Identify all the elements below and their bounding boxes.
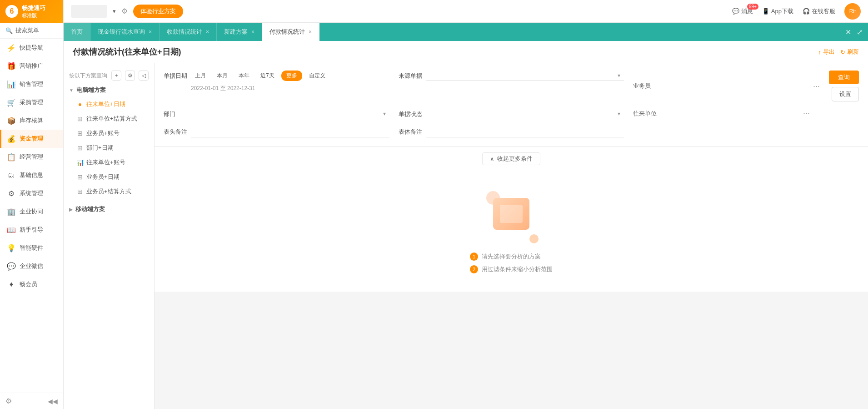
date-btn-custom[interactable]: 自定义 [305, 71, 329, 81]
collapse-sidebar-icon[interactable]: ◀◀ [48, 398, 58, 405]
date-btn-more[interactable]: 更多 [281, 71, 302, 81]
scheme-item-partner-date[interactable]: ● 往来单位+日期 [64, 97, 154, 111]
scheme-type-grid3-icon: ⊞ [76, 144, 84, 151]
sidebar-item-purchase[interactable]: 🛒 采购管理 [0, 93, 63, 111]
body-note-label: 表体备注 [399, 128, 422, 136]
partner-select[interactable] [660, 112, 796, 116]
scheme-type-grid2-icon: ⊞ [76, 130, 84, 137]
scheme-settings-button[interactable]: ⚙ [125, 71, 135, 81]
sidebar-item-capital[interactable]: 💰 资金管理 [0, 130, 63, 148]
salesperson-select[interactable] [654, 84, 806, 88]
scheme-item-label: 往来单位+日期 [86, 100, 125, 108]
refresh-button[interactable]: ↻ 刷新 [840, 48, 859, 56]
filter-source-doc: 来源单据 ▾ [399, 71, 624, 81]
sidebar-item-label: 企业微信 [20, 262, 43, 270]
sidebar-item-guide[interactable]: 📖 新手引导 [0, 221, 63, 239]
sidebar-item-label: 系统管理 [20, 189, 43, 197]
tab-new-scheme[interactable]: 新建方案 × [217, 23, 262, 41]
sidebar-item-weixin[interactable]: 💬 企业微信 [0, 257, 63, 275]
maximize-icon[interactable]: ⤢ [857, 28, 863, 36]
tab-new-scheme-close[interactable]: × [251, 29, 254, 35]
user-avatar-placeholder [71, 5, 107, 18]
weixin-icon: 💬 [7, 262, 16, 271]
topbar-settings-icon[interactable]: ⚙ [121, 7, 128, 15]
user-avatar-text: Rit [849, 8, 856, 15]
body-note-input[interactable] [426, 126, 624, 137]
sidebar-item-label: 采购管理 [20, 98, 43, 106]
collapse-button[interactable]: ∧ 收起更多条件 [482, 152, 540, 165]
tab-payment-stats-close[interactable]: × [309, 29, 312, 35]
sidebar-item-vip[interactable]: ♦ 畅会员 [0, 275, 63, 293]
scheme-type-circle-icon: ● [76, 101, 84, 108]
close-all-icon[interactable]: ✕ [845, 28, 851, 36]
date-btn-7days[interactable]: 近7天 [256, 71, 279, 81]
sidebar-item-operation[interactable]: 📋 经营管理 [0, 148, 63, 166]
date-btn-this-month[interactable]: 本月 [213, 71, 232, 81]
dept-label: 部门 [164, 110, 175, 118]
sidebar-item-shortcut[interactable]: ⚡ 快捷导航 [0, 39, 63, 57]
search-icon: 🔍 [5, 27, 13, 34]
scheme-type-chart-icon: 📊 [76, 159, 84, 166]
partner-dots[interactable]: ··· [803, 109, 810, 118]
scheme-add-button[interactable]: + [111, 71, 121, 81]
tab-cash-flow-close[interactable]: × [149, 29, 152, 35]
sidebar-item-label: 基础信息 [20, 171, 43, 179]
query-button[interactable]: 查询 [829, 71, 859, 84]
sidebar-item-inventory[interactable]: 📦 库存核算 [0, 111, 63, 130]
tab-home[interactable]: 首页 [64, 23, 90, 41]
collapse-chevron-icon: ∧ [490, 156, 494, 162]
sidebar-item-system[interactable]: ⚙ 系统管理 [0, 184, 63, 202]
settings-footer-icon[interactable]: ⚙ [5, 397, 12, 405]
trial-button[interactable]: 体验行业方案 [133, 5, 183, 18]
capital-icon: 💰 [7, 134, 16, 143]
header-note-input[interactable] [191, 126, 389, 137]
source-doc-select[interactable]: ▾ [426, 71, 624, 81]
sidebar-item-search[interactable]: 🔍 搜索菜单 [0, 23, 63, 39]
scheme-category-pc[interactable]: ▼ 电脑端方案 [64, 83, 154, 97]
scheme-item-staff-payment[interactable]: ⊞ 业务员+结算方式 [64, 184, 154, 199]
salesperson-dots[interactable]: ··· [813, 81, 820, 91]
messages-button[interactable]: 💬 消息 99+ [732, 7, 753, 15]
sidebar-item-enterprise[interactable]: 🏢 企业协同 [0, 202, 63, 221]
online-service-button[interactable]: 🎧 在线客服 [803, 7, 835, 15]
scheme-sidebar: 按以下方案查询 + ⚙ ◁ ▼ [64, 63, 155, 409]
scheme-category-mobile-label: 移动端方案 [75, 205, 105, 213]
scheme-item-partner-payment[interactable]: ⊞ 往来单位+结算方式 [64, 111, 154, 126]
scheme-item-dept-date[interactable]: ⊞ 部门+日期 [64, 141, 154, 155]
add-icon: + [115, 72, 118, 79]
sidebar-item-basic[interactable]: 🗂 基础信息 [0, 166, 63, 184]
tab-cash-flow[interactable]: 现金银行流水查询 × [90, 23, 160, 41]
tab-payment-stats[interactable]: 付款情况统计 × [262, 23, 319, 41]
scheme-collapse-button[interactable]: ◁ [139, 71, 149, 81]
user-avatar[interactable]: Rit [844, 3, 861, 20]
tab-cash-flow-label: 现金银行流水查询 [98, 28, 145, 36]
scheme-item-partner-account[interactable]: 📊 往来单位+账号 [64, 155, 154, 170]
tab-receipt-stats-close[interactable]: × [206, 29, 209, 35]
tip2-number: 2 [470, 265, 478, 273]
tab-receipt-stats[interactable]: 收款情况统计 × [160, 23, 217, 41]
sidebar-item-label: 畅会员 [20, 280, 37, 288]
doc-status-select[interactable]: ▾ [426, 109, 624, 119]
settings-button[interactable]: 设置 [832, 87, 859, 101]
scheme-type-grid4-icon: ⊞ [76, 173, 84, 181]
scheme-item-label: 往来单位+结算方式 [86, 115, 137, 123]
dept-select[interactable]: ▾ [179, 109, 389, 119]
app-download-button[interactable]: 📱 App下载 [762, 7, 793, 15]
topbar-dropdown-icon[interactable]: ▾ [113, 8, 116, 15]
source-doc-chevron: ▾ [618, 72, 620, 79]
scheme-type-grid-icon: ⊞ [76, 115, 84, 122]
operation-icon: 📋 [7, 152, 16, 162]
export-button[interactable]: ↑ 导出 [818, 48, 835, 56]
sidebar-item-sales[interactable]: 📊 销售管理 [0, 75, 63, 93]
scheme-category-mobile[interactable]: ▶ 移动端方案 [64, 202, 154, 216]
sidebar-item-hardware[interactable]: 💡 智能硬件 [0, 239, 63, 257]
scheme-item-label: 业务员+账号 [86, 129, 120, 137]
mobile-category-arrow-icon: ▶ [69, 207, 73, 212]
sidebar-item-marketing[interactable]: 🎁 营销推广 [0, 57, 63, 75]
date-btn-last-month[interactable]: 上月 [191, 71, 210, 81]
scheme-item-staff-date[interactable]: ⊞ 业务员+日期 [64, 170, 154, 184]
header-actions: ↑ 导出 ↻ 刷新 [818, 48, 859, 56]
scheme-item-staff-account[interactable]: ⊞ 业务员+账号 [64, 126, 154, 141]
date-btn-this-year[interactable]: 本年 [234, 71, 254, 81]
source-doc-label: 来源单据 [399, 72, 422, 80]
